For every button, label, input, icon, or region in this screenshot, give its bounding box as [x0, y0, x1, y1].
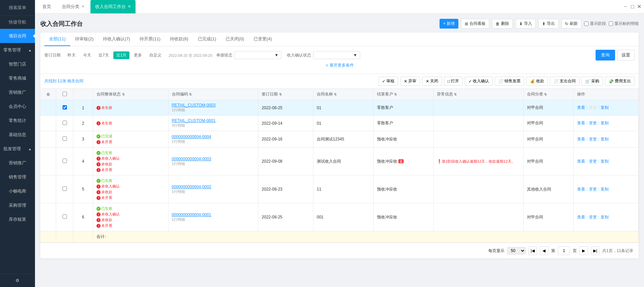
open-btn[interactable]: □ 打开	[444, 77, 463, 86]
view-btn[interactable]: 查看	[577, 136, 585, 142]
sidebar-nav[interactable]: 快捷导航	[0, 16, 35, 29]
edit-btn[interactable]: 变更	[589, 120, 597, 126]
view-btn[interactable]: 查看	[577, 214, 585, 220]
th-name[interactable]: 合同名称 ⇅	[313, 89, 373, 100]
sidebar-item-base-info[interactable]: 基础信息	[0, 128, 35, 142]
show-detail-checkbox[interactable]: 显示标的明细	[609, 21, 639, 27]
maximize-icon[interactable]: □	[631, 4, 634, 10]
th-status[interactable]: 合同整体状态 ⇅	[93, 89, 168, 100]
row-check[interactable]	[56, 175, 73, 203]
sales-invoice-btn[interactable]: 📄 销售发票	[495, 77, 524, 86]
doc-status-select[interactable]: ▼	[234, 51, 281, 59]
view-btn[interactable]: 查看	[577, 159, 585, 164]
contract-code-link[interactable]: RETAIL_CUSTOM-0003	[172, 103, 216, 108]
close-btn[interactable]: ✕ 关闭	[422, 77, 442, 86]
date-btn-custom[interactable]: 自定义	[146, 51, 164, 59]
th-code[interactable]: 合同编码 ⇅	[168, 89, 258, 100]
expense-payment-btn[interactable]: 💸 费用支出	[605, 77, 635, 86]
contract-code-link[interactable]: 0000000000004-0001	[172, 212, 211, 217]
sidebar-item-xiaochange[interactable]: 小畅电商	[0, 184, 35, 198]
date-btn-today[interactable]: 今天	[80, 51, 94, 59]
contract-code-link[interactable]: 0000000000004-0002	[172, 184, 211, 189]
filter-tab-pending-confirm[interactable]: 待收入确认(7)	[98, 33, 135, 46]
select-all-checkbox[interactable]	[63, 92, 67, 96]
th-type[interactable]: 合同分类 ⇅	[523, 89, 573, 100]
last-page-btn[interactable]: ▶|	[591, 246, 600, 255]
sidebar-item-marketing[interactable]: 营销推广	[0, 85, 35, 99]
import-button[interactable]: ⬇ 导入	[516, 19, 536, 29]
delete-button[interactable]: 🗑 删除	[492, 19, 513, 29]
export-button[interactable]: ⬆ 导出	[538, 19, 559, 29]
tab-contract-type[interactable]: 合同分类 ✕	[57, 0, 89, 13]
copy-btn[interactable]: 复制	[601, 187, 609, 192]
expense-contract-btn[interactable]: 📄 支出合同	[550, 77, 579, 86]
row-check[interactable]	[56, 131, 73, 148]
close-icon[interactable]: ✕	[81, 4, 84, 9]
contract-panel-button[interactable]: ⊞ 合同看板	[461, 19, 489, 29]
copy-btn[interactable]: 复制	[601, 120, 609, 126]
next-page-btn[interactable]: ▶	[579, 246, 588, 255]
review-btn[interactable]: ✓ 审核	[378, 77, 398, 86]
first-page-btn[interactable]: |◀	[528, 246, 537, 255]
sidebar-item-member[interactable]: 会员中心	[0, 99, 35, 114]
refresh-button[interactable]: ↻ 刷新	[561, 19, 581, 29]
income-confirm-select[interactable]: ▼	[313, 51, 360, 59]
date-btn-last7[interactable]: 近7天	[96, 51, 112, 59]
filter-tab-all[interactable]: 全部(11)	[44, 33, 70, 46]
date-btn-last1month[interactable]: 近1月	[113, 51, 130, 59]
payment-btn[interactable]: 💰 收款	[526, 77, 548, 86]
view-btn[interactable]: 查看	[577, 105, 585, 111]
copy-btn[interactable]: 复制	[601, 214, 609, 220]
tab-income-workbench[interactable]: 收入合同工作台 ✕	[90, 0, 136, 13]
sidebar-item-project[interactable]: 项目合同	[0, 29, 35, 43]
sidebar-item-retail-mgmt[interactable]: 零售管理 ▲	[0, 43, 35, 57]
th-error[interactable]: 异常信息 ⇅	[433, 89, 524, 100]
view-btn[interactable]: 查看	[577, 187, 585, 192]
date-btn-yesterday[interactable]: 昨天	[65, 51, 79, 59]
contract-code-link[interactable]: 0000000000004-0003	[172, 157, 211, 161]
filter-tab-closed[interactable]: 已关闭(0)	[221, 33, 249, 46]
minimize-icon[interactable]: －	[623, 3, 628, 10]
date-btn-more[interactable]: 更多	[131, 51, 145, 59]
edit-btn[interactable]: 变更	[589, 159, 597, 164]
query-button[interactable]: 查询	[596, 50, 615, 60]
sidebar-item-smart-store[interactable]: 智慧门店	[0, 57, 35, 71]
filter-tab-pending-invoice[interactable]: 待开票(11)	[135, 33, 165, 46]
prev-page-btn[interactable]: ◀	[540, 246, 548, 255]
sidebar-item-sales-mgmt[interactable]: 销售管理	[0, 170, 35, 184]
sidebar-search[interactable]: 搜索菜单	[0, 0, 35, 16]
show-stage-checkbox[interactable]: 显示阶段	[584, 21, 606, 27]
row-check[interactable]	[56, 100, 73, 116]
filter-settings-button[interactable]: 设置	[617, 50, 635, 60]
row-check[interactable]	[56, 148, 73, 175]
row-check[interactable]	[56, 203, 73, 231]
filter-tab-changed[interactable]: 已变更(4)	[249, 33, 277, 46]
sidebar-item-marketing2[interactable]: 营销推广	[0, 156, 35, 170]
page-input[interactable]: 1	[558, 246, 570, 255]
expand-more-btn[interactable]: ∨ 展开更多条件	[44, 60, 635, 70]
th-customer[interactable]: 结算客户 ⇅	[373, 89, 433, 100]
contract-code-link[interactable]: 0000000000004-0004	[172, 134, 211, 139]
sidebar-settings[interactable]: ⚙	[0, 274, 35, 287]
copy-btn[interactable]: 复制	[601, 136, 609, 142]
edit-btn[interactable]: 变更	[589, 136, 597, 142]
th-gear[interactable]: ⚙	[40, 89, 56, 100]
view-btn[interactable]: 查看	[577, 120, 585, 126]
edit-btn[interactable]: 变更	[589, 214, 597, 220]
contract-code-link[interactable]: RETAIL_CUSTOM-0001	[172, 118, 216, 123]
abandon-btn[interactable]: ✕ 弃审	[400, 77, 420, 86]
income-confirm-btn[interactable]: ✓ 收入确认	[465, 77, 493, 86]
copy-btn[interactable]: 复制	[601, 105, 609, 111]
close-active-icon[interactable]: ✕	[128, 4, 131, 9]
th-date[interactable]: 签订日期 ⇅	[258, 89, 313, 100]
tab-home[interactable]: 首页	[38, 0, 56, 13]
filter-tab-pending-payment[interactable]: 待收款(8)	[165, 33, 193, 46]
purchase-btn[interactable]: 🛒 采购	[581, 77, 603, 86]
sidebar-item-purchase-mgmt[interactable]: 采购管理	[0, 198, 35, 212]
sidebar-item-retail-stat[interactable]: 零售统计	[0, 114, 35, 128]
sidebar-item-wholesale-mgmt[interactable]: 批发管理 ▲	[0, 142, 35, 156]
sidebar-item-inventory[interactable]: 库存核算	[0, 212, 35, 227]
row-check[interactable]	[56, 116, 73, 131]
filter-tab-completed[interactable]: 已完成(1)	[193, 33, 221, 46]
page-size-select[interactable]: 50 10 20 100	[507, 247, 526, 254]
